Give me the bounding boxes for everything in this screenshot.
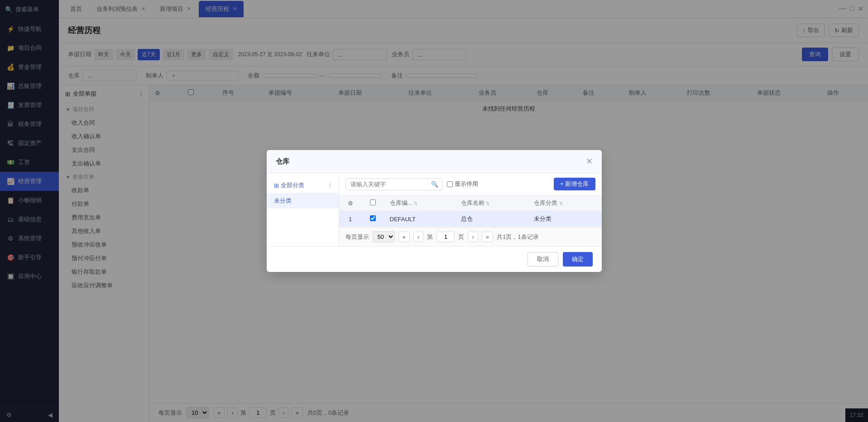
modal-row-checkbox[interactable]: [362, 211, 384, 227]
modal-footer-actions: 取消 确定: [267, 246, 602, 272]
modal-left-header: ⊞ 全部分类 《: [267, 178, 339, 193]
modal-page-size-label: 每页显示: [345, 233, 369, 241]
modal-left-all-label: ⊞ 全部分类: [274, 181, 304, 189]
modal-col-code: 仓库编... ⇅: [384, 195, 456, 211]
modal-col-name: 仓库名称 ⇅: [456, 195, 528, 211]
sort-icon-category[interactable]: ⇅: [559, 201, 563, 206]
modal-row-category: 未分类: [528, 211, 601, 227]
modal-row-name: 总仓: [456, 211, 528, 227]
modal-search-box: 🔍: [345, 178, 442, 190]
modal-left-unclassified[interactable]: 未分类: [267, 193, 339, 209]
modal-col-code-label: 仓库编...: [390, 199, 412, 206]
modal-col-name-label: 仓库名称: [461, 199, 484, 206]
modal-title: 仓库: [276, 157, 289, 166]
grid-icon2: ⊞: [274, 182, 279, 189]
row-checkbox-1[interactable]: [370, 215, 376, 221]
modal-page-size-select[interactable]: 50: [373, 231, 395, 243]
confirm-button[interactable]: 确定: [563, 252, 593, 267]
modal-overlay[interactable]: 仓库 ✕ ⊞ 全部分类 《 未分类: [0, 0, 868, 422]
modal-search-icon[interactable]: 🔍: [427, 181, 442, 188]
show-disabled-label: 显示停用: [455, 180, 478, 188]
sort-icon-code[interactable]: ⇅: [414, 201, 417, 206]
show-disabled-checkbox[interactable]: [447, 181, 453, 187]
modal-table-header: ⚙ 仓库编... ⇅ 仓库名称: [339, 195, 602, 211]
gear-icon2: ⚙: [348, 200, 353, 207]
modal-page-input[interactable]: [436, 232, 455, 242]
modal-pagination: 每页显示 50 « ‹ 第 页 › » 共1页，1条记录: [339, 227, 602, 246]
modal-all-label-text[interactable]: 全部分类: [281, 181, 304, 189]
modal-page-label: 第: [427, 233, 433, 241]
modal-right-content: 🔍 显示停用 + 新增仓库: [339, 173, 602, 246]
modal-left-panel: ⊞ 全部分类 《 未分类: [267, 173, 339, 246]
modal-select-all[interactable]: [370, 199, 376, 205]
modal-last-page[interactable]: »: [482, 232, 493, 242]
modal-col-category-label: 仓库分类: [534, 199, 557, 206]
warehouse-modal: 仓库 ✕ ⊞ 全部分类 《 未分类: [267, 150, 602, 272]
modal-col-category: 仓库分类 ⇅: [528, 195, 601, 211]
modal-toolbar: 🔍 显示停用 + 新增仓库: [339, 173, 602, 195]
cancel-button[interactable]: 取消: [528, 252, 558, 267]
modal-next-page[interactable]: ›: [468, 232, 478, 242]
modal-page-end: 页: [458, 233, 464, 241]
modal-search-input[interactable]: [346, 179, 427, 190]
modal-col-checkbox[interactable]: [362, 195, 384, 211]
modal-table-wrap: ⚙ 仓库编... ⇅ 仓库名称: [339, 195, 602, 227]
modal-close-button[interactable]: ✕: [586, 156, 593, 166]
modal-prev-page[interactable]: ‹: [413, 232, 423, 242]
modal-row-seq: 1: [339, 211, 362, 227]
modal-header: 仓库 ✕: [267, 150, 602, 173]
modal-table: ⚙ 仓库编... ⇅ 仓库名称: [339, 195, 602, 227]
add-warehouse-button[interactable]: + 新增仓库: [554, 178, 595, 190]
modal-total: 共1页，1条记录: [497, 233, 538, 241]
modal-table-row[interactable]: 1 DEFAULT 总仓 未分类: [339, 211, 602, 227]
sort-icon-name[interactable]: ⇅: [486, 201, 489, 206]
modal-body: ⊞ 全部分类 《 未分类 🔍: [267, 173, 602, 246]
modal-first-page[interactable]: «: [398, 232, 410, 242]
modal-row-code: DEFAULT: [384, 211, 456, 227]
show-disabled-checkbox-label[interactable]: 显示停用: [447, 180, 478, 188]
modal-col-gear: ⚙: [339, 195, 362, 211]
modal-collapse-icon[interactable]: 《: [326, 182, 331, 189]
